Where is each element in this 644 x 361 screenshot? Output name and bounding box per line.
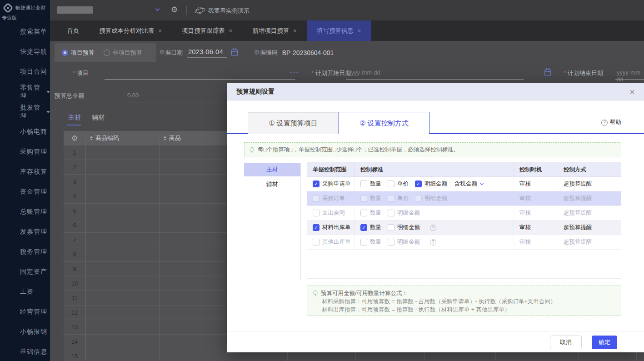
sidebar-item-10[interactable]: 发票管理 <box>0 222 50 242</box>
sidebar-item-3[interactable]: 零售管理 <box>0 82 50 102</box>
calendar-icon[interactable] <box>231 50 238 56</box>
method-cell: 超预算提醒 <box>558 191 621 206</box>
row-number: 15 <box>64 353 85 360</box>
sidebar-item-11[interactable]: 税务管理 <box>0 242 50 262</box>
sidebar-item-16[interactable]: 基础信息 <box>0 342 50 361</box>
sidebar-item-label: 搜索菜单 <box>20 28 47 36</box>
sidebar-item-6[interactable]: 采购管理 <box>0 142 50 162</box>
sort-icon[interactable] <box>90 136 93 140</box>
formula-panel: 预算可用金额/可用数量计算公式： 材料采购预算：可用预算数 = 预算数 - 占用… <box>307 286 621 316</box>
standard-checkbox[interactable] <box>415 195 422 202</box>
end-date-input[interactable]: yyyy-mm-dd <box>617 69 644 83</box>
label: 超预算提醒 <box>564 195 592 202</box>
sidebar-item-8[interactable]: 资金管理 <box>0 182 50 202</box>
tab-4[interactable]: 填写预算信息× <box>307 20 371 41</box>
gear-icon[interactable]: ⚙ <box>71 135 78 142</box>
hint-text: 每□个预算项□，单据控制范围□少选择□个；已选控制单据，必须选择控制标准。 <box>258 146 459 154</box>
sidebar-item-14[interactable]: 经营管理 <box>0 302 50 322</box>
material-nav: 主材辅材 <box>244 163 301 280</box>
brand-edition: 专业版 <box>2 15 17 21</box>
start-date-label: *计划开始日期 <box>311 69 351 77</box>
tab-close-icon[interactable]: × <box>159 27 162 34</box>
tab-label: 填写预算信息 <box>317 27 354 35</box>
tab-2[interactable]: 项目预算跟踪表× <box>172 20 242 41</box>
material-nav-item-1[interactable]: 辅材 <box>244 177 300 191</box>
chevron-down-icon[interactable] <box>155 7 160 11</box>
standard-checkbox[interactable] <box>388 180 394 187</box>
standard-checkbox[interactable] <box>360 210 367 216</box>
tab-0[interactable]: 首页 <box>57 20 89 41</box>
lightbulb-icon <box>249 147 255 153</box>
material-nav-item-0[interactable]: 主材 <box>244 163 300 176</box>
help-link[interactable]: ? 帮助 <box>601 119 621 126</box>
scope-checkbox[interactable] <box>313 239 320 246</box>
sidebar-item-9[interactable]: 总账管理 <box>0 202 50 222</box>
confirm-button[interactable]: 确定 <box>592 336 617 349</box>
help-icon[interactable]: ? <box>430 225 436 231</box>
sidebar-item-1[interactable]: 快捷导航 <box>0 42 50 62</box>
standard-checkbox[interactable] <box>360 239 367 246</box>
scope-checkbox[interactable] <box>313 195 320 202</box>
sidebar-item-label: 总账管理 <box>20 208 47 216</box>
demo-link[interactable]: 我要看实例演示 <box>208 7 250 15</box>
standards-cell: 数量单价✓明细金额含税金额 <box>355 177 514 191</box>
label: 审核 <box>519 195 531 202</box>
control-row-4: 其他出库单数量明细金额?审核超预算提醒 <box>307 235 621 250</box>
sidebar-item-5[interactable]: 小畅电商 <box>0 122 50 142</box>
help-icon[interactable]: ? <box>430 239 436 246</box>
tab-1[interactable]: 预算成本分析对比表× <box>89 20 172 41</box>
org-select-underline <box>76 18 165 18</box>
cancel-button[interactable]: 取消 <box>550 336 582 349</box>
sidebar-item-15[interactable]: 小畅报销 <box>0 322 50 342</box>
standard-checkbox[interactable]: ✓ <box>415 180 422 187</box>
tab-3[interactable]: 新增项目预算× <box>242 20 307 41</box>
tax-mode-select[interactable]: 含税金额 <box>454 180 477 188</box>
scope-checkbox[interactable]: ✓ <box>313 224 320 231</box>
standard-checkbox[interactable]: ✓ <box>360 224 367 231</box>
tab-aux-material[interactable]: 辅材 <box>92 114 105 122</box>
tab-main-material[interactable]: 主材 <box>68 114 81 122</box>
dialog-header: 预算规则设置 × <box>227 83 644 100</box>
radio-label: 项目预算 <box>71 49 95 57</box>
sidebar-item-4[interactable]: 批发管理 <box>0 102 50 122</box>
sidebar-item-2[interactable]: 项目合同 <box>0 62 50 82</box>
project-more-button[interactable]: ··· <box>290 68 300 76</box>
sidebar-item-13[interactable]: 工资 <box>0 282 50 302</box>
plan-fields-row: *项目 ··· *计划开始日期 yyyy-mm-dd *计划结束日期 yyyy-… <box>50 67 644 81</box>
close-icon[interactable]: × <box>629 87 635 96</box>
document-info-row: 单据日期 2023-06-04 单据编码 BP-20230604-001 <box>159 43 334 62</box>
start-date-input[interactable]: yyyy-mm-dd <box>348 69 380 76</box>
standard-checkbox[interactable] <box>388 224 394 231</box>
sidebar-item-7[interactable]: 库存核算 <box>0 162 50 182</box>
control-row-0: ✓采购申请单数量单价✓明细金额含税金额审核超预算提醒 <box>307 177 621 191</box>
step-tab-budget-items[interactable]: ① 设置预算项目 <box>248 112 339 134</box>
doc-date-field[interactable]: 2023-06-04 <box>187 48 227 58</box>
label: 数量 <box>370 238 381 246</box>
sidebar-item-12[interactable]: 固定资产 <box>0 262 50 282</box>
radio-nonproject-budget[interactable]: 非项目预算 <box>104 49 142 57</box>
timing-cell: 审核 <box>514 235 558 249</box>
standard-checkbox[interactable] <box>360 195 367 202</box>
standards-cell: 数量明细金额 <box>355 206 514 220</box>
scope-checkbox[interactable]: ✓ <box>313 180 320 187</box>
standard-checkbox[interactable] <box>388 210 394 216</box>
sort-icon[interactable] <box>164 136 166 140</box>
scope-checkbox[interactable] <box>313 210 320 216</box>
sidebar-item-0[interactable]: 搜索菜单 <box>0 22 50 42</box>
step-tab-control-mode[interactable]: ② 设置控制方式 <box>339 112 429 134</box>
sidebar-item-label: 库存核算 <box>20 168 47 176</box>
gear-icon[interactable]: ⚙ <box>171 6 178 14</box>
radio-project-budget[interactable]: 项目预算 <box>62 49 95 57</box>
budget-type-radio-group: 项目预算 非项目预算 <box>55 43 156 62</box>
tab-close-icon[interactable]: × <box>293 27 297 34</box>
tab-close-icon[interactable]: × <box>229 27 233 34</box>
standard-checkbox[interactable] <box>388 239 394 246</box>
standard-checkbox[interactable] <box>388 195 394 202</box>
calendar-icon[interactable] <box>544 70 551 76</box>
tab-close-icon[interactable]: × <box>358 27 361 34</box>
column-header: 控制标准 <box>355 163 514 176</box>
sidebar-item-label: 采购管理 <box>20 148 47 156</box>
standard-checkbox[interactable] <box>360 180 367 187</box>
control-table: 单据控制范围 控制标准 控制时机 控制方式 ✓采购申请单数量单价✓明细金额含税金… <box>307 162 621 279</box>
project-input[interactable] <box>105 79 295 80</box>
